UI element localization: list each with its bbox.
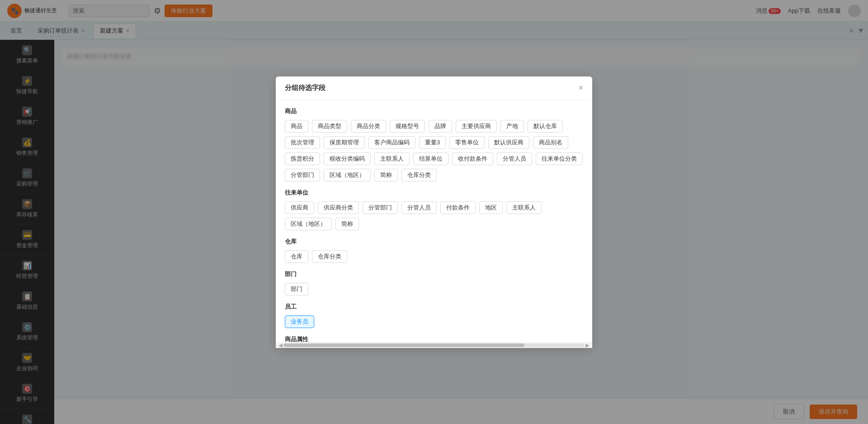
field-tag-partner-7[interactable]: 区域（地区） <box>285 218 332 230</box>
field-tag-goods-4[interactable]: 品牌 <box>429 120 452 133</box>
field-tag-goods-0[interactable]: 商品 <box>285 120 308 133</box>
field-tag-goods-18[interactable]: 结算单位 <box>413 152 448 165</box>
field-tag-goods-9[interactable]: 保质期管理 <box>324 136 365 149</box>
field-tag-goods-16[interactable]: 税收分类编码 <box>324 152 371 165</box>
field-tag-goods-11[interactable]: 重量3 <box>419 136 446 149</box>
field-tag-goods-25[interactable]: 仓库分类 <box>401 169 437 181</box>
field-tag-dept-0[interactable]: 部门 <box>285 283 308 295</box>
field-grid-warehouse: 仓库 仓库分类 <box>285 250 583 263</box>
modal-title: 分组待选字段 <box>285 84 326 92</box>
modal-close-button[interactable]: × <box>578 84 583 92</box>
field-tag-goods-23[interactable]: 区域（地区） <box>324 169 371 181</box>
section-title-staff: 员工 <box>285 303 583 311</box>
modal-field-selector: 分组待选字段 × 商品 商品 商品类型 商品分类 规格型号 品牌 主要供应商 产… <box>276 76 592 348</box>
field-grid-staff: 业务员 <box>285 315 583 328</box>
field-tag-goods-3[interactable]: 规格型号 <box>390 120 425 133</box>
field-tag-goods-2[interactable]: 商品分类 <box>351 120 386 133</box>
field-tag-partner-2[interactable]: 分管部门 <box>363 201 398 214</box>
section-title-warehouse: 仓库 <box>285 238 583 246</box>
section-title-partner: 往来单位 <box>285 189 583 197</box>
field-tag-partner-6[interactable]: 主联系人 <box>506 201 542 214</box>
field-tag-goods-13[interactable]: 默认供应商 <box>488 136 529 149</box>
modal-overlay: 分组待选字段 × 商品 商品 商品类型 商品分类 规格型号 品牌 主要供应商 产… <box>0 0 868 424</box>
section-title-goods-attr: 商品属性 <box>285 335 583 343</box>
field-tag-partner-8[interactable]: 简称 <box>335 218 359 230</box>
field-tag-warehouse-1[interactable]: 仓库分类 <box>312 250 347 263</box>
field-tag-goods-12[interactable]: 零售单位 <box>449 136 485 149</box>
field-tag-partner-3[interactable]: 分管人员 <box>401 201 437 214</box>
field-grid-partner: 供应商 供应商分类 分管部门 分管人员 付款条件 地区 主联系人 区域（地区） … <box>285 201 583 230</box>
field-tag-goods-14[interactable]: 商品别名 <box>533 136 568 149</box>
field-tag-goods-5[interactable]: 主要供应商 <box>456 120 497 133</box>
scrollbar-thumb <box>283 343 524 347</box>
field-tag-partner-4[interactable]: 付款条件 <box>440 201 476 214</box>
field-tag-partner-0[interactable]: 供应商 <box>285 201 314 214</box>
field-tag-goods-15[interactable]: 拣货积分 <box>285 152 320 165</box>
field-tag-goods-22[interactable]: 分管部门 <box>285 169 320 181</box>
field-tag-partner-1[interactable]: 供应商分类 <box>318 201 359 214</box>
field-tag-partner-5[interactable]: 地区 <box>479 201 503 214</box>
modal-body: 商品 商品 商品类型 商品分类 规格型号 品牌 主要供应商 产地 默认仓库 批次… <box>276 100 592 343</box>
field-tag-goods-17[interactable]: 主联系人 <box>374 152 410 165</box>
field-grid-goods: 商品 商品类型 商品分类 规格型号 品牌 主要供应商 产地 默认仓库 批次管理 … <box>285 120 583 181</box>
modal-footer-scrollbar[interactable]: ◀ ▶ <box>276 343 592 348</box>
field-tag-goods-8[interactable]: 批次管理 <box>285 136 320 149</box>
field-tag-goods-20[interactable]: 分管人员 <box>497 152 532 165</box>
section-title-dept: 部门 <box>285 270 583 278</box>
field-tag-goods-19[interactable]: 收付款条件 <box>452 152 493 165</box>
field-tag-staff-0[interactable]: 业务员 <box>285 315 314 328</box>
modal-header: 分组待选字段 × <box>276 76 592 100</box>
section-title-goods: 商品 <box>285 107 583 115</box>
field-tag-goods-1[interactable]: 商品类型 <box>312 120 347 133</box>
field-tag-warehouse-0[interactable]: 仓库 <box>285 250 308 263</box>
field-tag-goods-7[interactable]: 默认仓库 <box>528 120 563 133</box>
field-tag-goods-6[interactable]: 产地 <box>500 120 524 133</box>
horizontal-scrollbar[interactable] <box>283 343 585 347</box>
field-grid-dept: 部门 <box>285 283 583 295</box>
field-tag-goods-10[interactable]: 客户商品编码 <box>368 136 415 149</box>
field-tag-goods-21[interactable]: 往来单位分类 <box>536 152 583 165</box>
field-tag-goods-24[interactable]: 简称 <box>374 169 398 181</box>
